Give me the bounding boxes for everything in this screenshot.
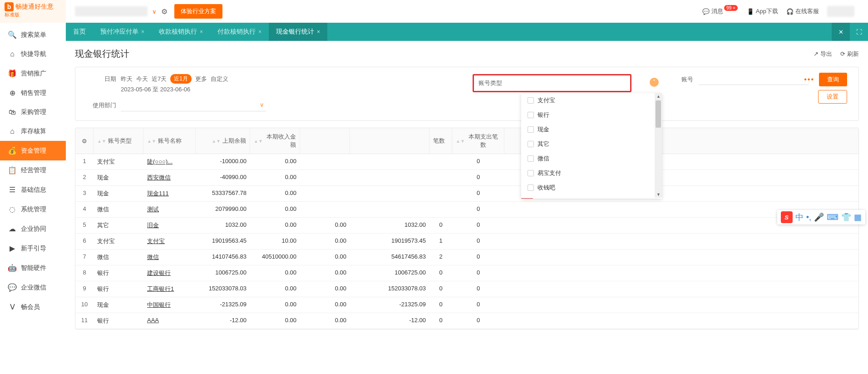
- col-income[interactable]: ▲▼本期收入金额: [250, 128, 300, 154]
- date-option-2[interactable]: 近7天: [152, 75, 167, 83]
- dropdown-scrollbar[interactable]: ▲ ▼: [655, 93, 662, 198]
- tab-0[interactable]: 首页: [66, 23, 93, 41]
- table-row[interactable]: 9 银行 工商银行1 152033078.03 0.00 0.00 152033…: [75, 281, 858, 297]
- close-icon[interactable]: ×: [141, 29, 144, 35]
- account-name-link[interactable]: 支付宝: [147, 238, 165, 244]
- sidebar-item-6[interactable]: 💰资金管理: [0, 141, 66, 160]
- account-name-link[interactable]: 旧金: [147, 222, 159, 229]
- dropdown-item-5[interactable]: 易宝支付: [521, 166, 662, 180]
- sidebar-item-1[interactable]: ⌂快捷导航: [0, 45, 66, 64]
- dept-input[interactable]: [121, 100, 266, 111]
- account-type-input[interactable]: [508, 80, 626, 87]
- date-option-1[interactable]: 今天: [136, 75, 148, 83]
- account-name-link[interactable]: 西安微信: [147, 174, 171, 181]
- close-icon[interactable]: ×: [317, 29, 320, 35]
- sidebar-item-9[interactable]: ◌系统管理: [0, 199, 66, 219]
- support-link[interactable]: 🎧 在线客服: [786, 7, 819, 15]
- dropdown-item-6[interactable]: 收钱吧: [521, 180, 662, 195]
- account-name-link[interactable]: 微信: [147, 254, 159, 260]
- date-option-5[interactable]: 自定义: [211, 75, 228, 83]
- ime-toolbar[interactable]: S 中 •, 🎤 ⌨ 👕 ▦: [777, 210, 865, 224]
- table-row[interactable]: 11 银行 AAA -12.00 0.00 0.00 -12.00 0 0: [75, 313, 858, 329]
- gear-icon[interactable]: ⚙: [161, 7, 168, 16]
- ime-lang-label[interactable]: 中: [795, 212, 804, 223]
- app-download-link[interactable]: 📱 App下载: [747, 7, 778, 15]
- table-row[interactable]: 6 支付宝 支付宝 19019563.45 10.00 0.00 1901957…: [75, 234, 858, 249]
- col-expense-count[interactable]: ▲▼本期支出笔数: [452, 128, 504, 154]
- table-settings-column[interactable]: ⚙: [75, 128, 94, 154]
- sidebar-item-11[interactable]: ▶新手引导: [0, 239, 66, 258]
- industry-plan-button[interactable]: 体验行业方案: [174, 4, 222, 19]
- account-name-link[interactable]: 测试: [147, 206, 159, 213]
- messages-link[interactable]: 💬 消息 99 +: [702, 7, 739, 15]
- col-account-name[interactable]: ▲▼账号名称: [143, 128, 196, 154]
- sidebar-item-14[interactable]: Ⅴ畅会员: [0, 297, 66, 317]
- checkbox[interactable]: [528, 97, 534, 104]
- table-row[interactable]: 3 现金 现金111 53337567.78 0.00 0: [75, 186, 858, 202]
- date-option-4[interactable]: 更多: [195, 75, 207, 83]
- table-row[interactable]: 4 微信 测试 2079990.00 0.00 0: [75, 202, 858, 218]
- tab-3[interactable]: 付款核销执行×: [210, 23, 269, 41]
- dropdown-item-2[interactable]: 现金: [521, 122, 662, 137]
- checkbox[interactable]: [528, 112, 534, 118]
- account-input[interactable]: [699, 74, 809, 85]
- scrollbar-thumb[interactable]: [656, 100, 661, 128]
- search-button[interactable]: 查询: [819, 73, 847, 86]
- sidebar-item-3[interactable]: ⊕销售管理: [0, 83, 66, 103]
- chevron-down-icon[interactable]: ∨: [260, 101, 264, 108]
- account-name-link[interactable]: AAA: [147, 317, 159, 324]
- sidebar-item-8[interactable]: ☰基础信息: [0, 180, 66, 199]
- ime-skin-icon[interactable]: 👕: [841, 212, 851, 222]
- sidebar-item-5[interactable]: ⌂库存核算: [0, 122, 66, 141]
- col-account-type[interactable]: ▲▼账号类型: [94, 128, 143, 154]
- checkbox[interactable]: [528, 126, 534, 133]
- ime-keyboard-icon[interactable]: ⌨: [827, 212, 838, 222]
- table-row[interactable]: 8 银行 建设银行 1006725.00 0.00 0.00 1006725.0…: [75, 265, 858, 281]
- close-icon[interactable]: ×: [200, 29, 203, 35]
- account-name-link[interactable]: 建设银行: [147, 269, 171, 276]
- tab-expand-button[interactable]: ⛶: [850, 23, 868, 41]
- sidebar-item-12[interactable]: 🤖智能硬件: [0, 258, 66, 278]
- account-name-link[interactable]: 中国银行: [147, 301, 171, 308]
- dropdown-item-3[interactable]: 其它: [521, 137, 662, 151]
- dropdown-item-7[interactable]: 长沙银行: [521, 195, 662, 199]
- account-type-collapse-button[interactable]: ˄: [650, 78, 659, 87]
- more-options-button[interactable]: •••: [804, 75, 814, 84]
- sidebar-item-10[interactable]: ☁企业协同: [0, 219, 66, 239]
- table-row[interactable]: 7 微信 微信 14107456.83 40510000.00 0.00 546…: [75, 249, 858, 265]
- user-avatar-blur[interactable]: [827, 6, 854, 17]
- account-name-link[interactable]: 工商银行1: [147, 285, 174, 292]
- account-name-link[interactable]: 现金111: [147, 190, 169, 197]
- dropdown-item-0[interactable]: 支付宝: [521, 93, 662, 108]
- company-selector[interactable]: ∨ ⚙: [75, 6, 168, 16]
- tab-1[interactable]: 预付冲应付单×: [93, 23, 152, 41]
- dropdown-item-1[interactable]: 银行: [521, 108, 662, 122]
- table-row[interactable]: 10 现金 中国银行 -21325.09 0.00 0.00 -21325.09…: [75, 297, 858, 313]
- date-option-0[interactable]: 昨天: [121, 75, 133, 83]
- dropdown-item-4[interactable]: 微信: [521, 151, 662, 166]
- sidebar-item-4[interactable]: 🛍采购管理: [0, 103, 66, 122]
- ime-mic-icon[interactable]: 🎤: [814, 212, 824, 222]
- sidebar-item-13[interactable]: 💬企业微信: [0, 278, 66, 297]
- export-button[interactable]: ↗ 导出: [814, 50, 832, 58]
- checkbox[interactable]: [528, 141, 534, 147]
- tab-close-current-button[interactable]: ✕: [832, 23, 850, 41]
- table-row[interactable]: 5 其它 旧金 1032.00 0.00 0.00 1032.00 0 0: [75, 218, 858, 234]
- tab-2[interactable]: 收款核销执行×: [152, 23, 210, 41]
- ime-punct-icon[interactable]: •,: [806, 213, 811, 222]
- close-icon[interactable]: ×: [258, 29, 261, 35]
- checkbox[interactable]: [528, 155, 534, 162]
- col-count[interactable]: 笔数: [429, 128, 452, 154]
- refresh-button[interactable]: ⟳ 刷新: [840, 50, 859, 58]
- date-option-3[interactable]: 近1月: [170, 74, 192, 84]
- tab-4[interactable]: 现金银行统计×: [269, 23, 327, 41]
- sidebar-item-2[interactable]: 🎁营销推广: [0, 64, 66, 83]
- checkbox[interactable]: [528, 185, 534, 191]
- table-row[interactable]: 1 支付宝 陡(○○○)... -10000.00 0.00 0: [75, 154, 858, 170]
- account-name-link[interactable]: 陡(○○○)...: [147, 158, 173, 165]
- table-row[interactable]: 2 现金 西安微信 -40990.00 0.00 0: [75, 170, 858, 186]
- ime-tools-icon[interactable]: ▦: [854, 212, 862, 222]
- checkbox[interactable]: [528, 170, 534, 176]
- col-prev-balance[interactable]: ▲▼上期余额: [196, 128, 250, 154]
- sidebar-item-0[interactable]: 🔍搜索菜单: [0, 25, 66, 45]
